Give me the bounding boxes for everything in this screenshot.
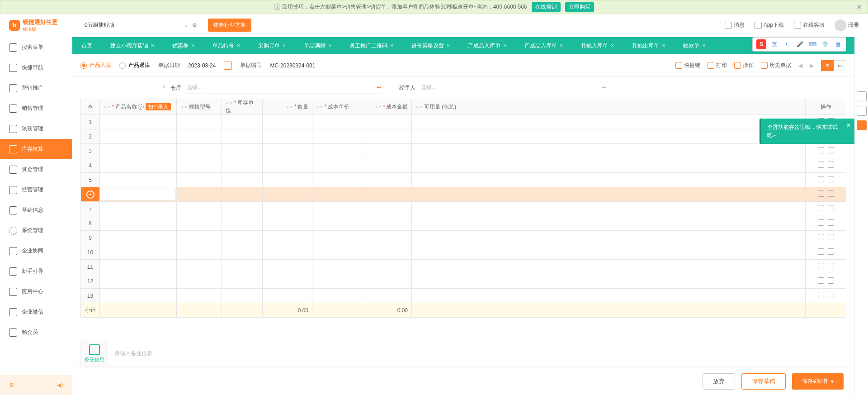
sidebar-item-gift[interactable]: 营销推广 (0, 78, 72, 98)
copy-row-icon[interactable] (828, 277, 834, 284)
support-button[interactable]: 在线客服 (794, 21, 825, 29)
tab[interactable]: 产成品入库单× (515, 42, 572, 50)
table-row[interactable]: 1 (81, 115, 846, 129)
table-row[interactable]: 11 (81, 260, 846, 274)
table-row[interactable]: + (81, 187, 846, 202)
sidebar-item-coin[interactable]: 资金管理 (0, 159, 72, 180)
copy-row-icon[interactable] (828, 205, 834, 211)
copy-row-icon[interactable] (828, 190, 834, 197)
scan-button[interactable]: 扫码录入 (146, 103, 171, 110)
table-row[interactable]: 9 (81, 231, 846, 245)
col-amount[interactable]: ▲▼*成本金额 (362, 99, 412, 115)
sidebar-item-sys[interactable]: 系统管理 (0, 220, 72, 241)
table-row[interactable]: 4 (81, 158, 846, 173)
table-row[interactable]: 2 (81, 129, 846, 144)
delete-row-icon[interactable] (818, 277, 824, 284)
tab[interactable]: 产成品入库单× (459, 42, 515, 50)
history-button[interactable]: 历史单据 (761, 62, 791, 69)
col-avail[interactable]: ▲▼可用量 (包装) (412, 99, 806, 115)
delete-row-icon[interactable] (818, 248, 824, 255)
tab-close-icon[interactable]: × (328, 43, 331, 49)
prev-icon[interactable]: ◀ (798, 62, 802, 69)
table-row[interactable]: 10 (81, 245, 846, 260)
sidebar-item-wechat[interactable]: 企业微信 (0, 302, 72, 322)
copy-row-icon[interactable] (828, 219, 834, 226)
col-spec[interactable]: ▲▼规格型号 (177, 99, 222, 115)
delete-row-icon[interactable] (818, 263, 824, 269)
settings-icon[interactable]: ⚙ (9, 382, 14, 388)
tab[interactable]: 单品特价× (203, 42, 249, 50)
app-download-button[interactable]: App下载 (755, 21, 784, 29)
sidebar-item-vip[interactable]: 畅会员 (0, 322, 72, 343)
tab[interactable]: 首页 (72, 42, 101, 50)
handler-more-icon[interactable]: ••• (602, 85, 606, 91)
sidebar-item-guide[interactable]: 新手引导 (0, 261, 72, 281)
delete-row-icon[interactable] (818, 292, 824, 298)
sidebar-item-app[interactable]: 应用中心 (0, 281, 72, 302)
view-card-icon[interactable]: ▭ (834, 60, 846, 71)
warehouse-more-icon[interactable]: ••• (377, 85, 381, 91)
table-row[interactable]: 8 (81, 216, 846, 231)
save-button[interactable]: 保存&新增▾ (792, 373, 844, 390)
tab-close-icon[interactable]: × (283, 43, 286, 49)
ime-lang[interactable]: 英 (770, 40, 779, 49)
copy-row-icon[interactable] (828, 162, 834, 168)
add-row-icon[interactable]: + (86, 190, 94, 199)
tab[interactable]: 收款单× (674, 42, 714, 50)
tab[interactable]: 建立小程序店铺× (101, 42, 163, 50)
draft-button[interactable]: 保存草稿 (741, 373, 786, 390)
ime-punct-icon[interactable]: •, (783, 40, 792, 49)
tab[interactable]: 优惠券× (163, 42, 203, 50)
ime-toolbar[interactable]: S 英 •, 🎤 ⌨ 👕 ▦ (752, 37, 846, 52)
org-selector[interactable]: 0五组旗舰版 ⌄ ⚙ (85, 19, 197, 32)
print-button[interactable]: 打印 (708, 62, 727, 69)
col-unit[interactable]: ▲▼*库存单位 (222, 99, 263, 115)
sidebar-item-team[interactable]: 企业协同 (0, 241, 72, 261)
tab[interactable]: 员工推广二维码× (340, 42, 402, 50)
ops-button[interactable]: 操作 (734, 62, 754, 69)
tab[interactable]: 其他出库单× (623, 42, 674, 50)
delete-row-icon[interactable] (818, 234, 824, 240)
tab-close-icon[interactable]: × (560, 43, 563, 49)
table-row[interactable]: 13 (81, 289, 846, 303)
next-icon[interactable]: ▶ (810, 62, 814, 69)
tab-close-icon[interactable]: × (151, 43, 154, 49)
copy-row-icon[interactable] (828, 176, 834, 182)
delete-row-icon[interactable] (818, 190, 824, 197)
tab-close-icon[interactable]: × (702, 43, 705, 49)
discard-button[interactable]: 放弃 (703, 373, 735, 390)
table-row[interactable]: 5 (81, 173, 846, 187)
copy-row-icon[interactable] (828, 248, 834, 255)
tab-close-icon[interactable]: × (503, 43, 506, 49)
table-row[interactable]: 7 (81, 202, 846, 216)
tab-close-icon[interactable]: × (611, 43, 614, 49)
rail-image-icon[interactable] (857, 120, 867, 130)
try-solution-button[interactable]: 体验行业方案 (208, 19, 251, 32)
sidebar-item-search[interactable]: 搜索菜单 (0, 37, 72, 57)
ime-skin-icon[interactable]: 👕 (821, 40, 830, 49)
copy-row-icon[interactable] (828, 147, 834, 153)
warehouse-field[interactable]: *仓库 选择... ••• (163, 81, 381, 94)
delete-row-icon[interactable] (818, 147, 824, 153)
ime-voice-icon[interactable]: 🎤 (795, 40, 804, 49)
collapse-icon[interactable]: ◀) (57, 382, 63, 388)
banner-training-button[interactable]: 在线培训 (532, 2, 561, 12)
sidebar-item-bolt[interactable]: 快捷导航 (0, 57, 72, 78)
banner-buy-button[interactable]: 立即购买 (565, 2, 594, 12)
sidebar-item-stock[interactable]: 库存核算 (0, 139, 72, 159)
tab[interactable]: 单品满赠× (295, 42, 340, 50)
user-menu[interactable]: 珊珊 (835, 19, 859, 31)
calendar-icon[interactable] (224, 62, 232, 70)
shortcut-button[interactable]: 快捷键 (675, 62, 700, 69)
col-qty[interactable]: ▲▼*数量 (263, 99, 312, 115)
radio-out[interactable]: 产品退库 (119, 62, 150, 69)
tab-close-icon[interactable]: × (191, 43, 194, 49)
tab-close-icon[interactable]: × (662, 43, 665, 49)
delete-row-icon[interactable] (818, 162, 824, 168)
view-list-icon[interactable]: ≡ (821, 60, 834, 71)
product-name-input[interactable] (101, 189, 175, 200)
ime-keyboard-icon[interactable]: ⌨ (808, 40, 817, 49)
org-settings-icon[interactable]: ⚙ (192, 22, 197, 29)
tab-close-icon[interactable]: × (447, 43, 450, 49)
remark-input[interactable] (108, 340, 846, 366)
